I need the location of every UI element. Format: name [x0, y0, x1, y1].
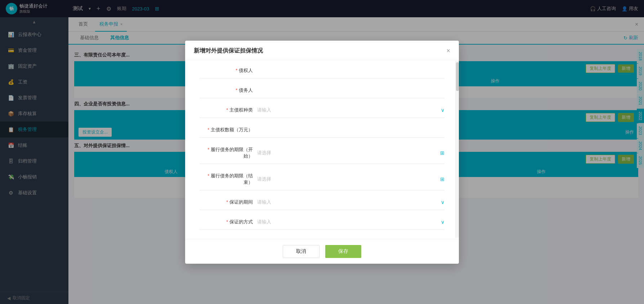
field-wrap-debtor — [257, 87, 444, 93]
modal-scrollbar — [455, 61, 459, 238]
field-label-period-end: * 履行债务的期限（结束） — [200, 173, 257, 186]
save-button[interactable]: 保存 — [325, 245, 361, 258]
cancel-button[interactable]: 取消 — [283, 245, 319, 258]
guarantee-period-input[interactable] — [257, 199, 438, 205]
field-label-creditor: * 债权人 — [200, 67, 257, 74]
modal-footer: 取消 保存 — [185, 239, 459, 264]
field-label-guarantee-method: * 保证的方式 — [200, 219, 257, 225]
modal-overlay: 新增对外提供保证担保情况 × * 债权人 * 债务人 — [0, 0, 644, 304]
period-start-cal-icon[interactable]: ⊞ — [440, 150, 444, 156]
modal-body: * 债权人 * 债务人 * — [185, 60, 459, 239]
field-label-debt-type: * 主债权种类 — [200, 107, 257, 113]
modal-header: 新增对外提供保证担保情况 × — [185, 41, 459, 60]
field-wrap-period-end: ⊞ — [257, 176, 444, 182]
form-row-guarantee-period: * 保证的期间 ∨ — [200, 199, 444, 210]
debt-type-dropdown-icon[interactable]: ∨ — [441, 107, 444, 113]
modal-scrollbar-thumb[interactable] — [456, 62, 459, 91]
guarantee-method-dropdown-icon[interactable]: ∨ — [441, 219, 444, 225]
form-row-guarantee-method: * 保证的方式 ∨ — [200, 219, 444, 230]
field-wrap-guarantee-period: ∨ — [257, 199, 444, 205]
debt-type-input[interactable] — [257, 107, 438, 113]
field-wrap-guarantee-method: ∨ — [257, 219, 444, 225]
field-label-debt-amount: * 主债权数额（万元） — [200, 127, 257, 133]
form-row-debt-type: * 主债权种类 ∨ — [200, 107, 444, 118]
period-start-input[interactable] — [257, 150, 437, 155]
form-row-debt-amount: * 主债权数额（万元） — [200, 127, 444, 138]
field-label-period-start: * 履行债务的期限（开始） — [200, 146, 257, 159]
field-wrap-creditor — [257, 68, 444, 73]
debt-amount-input[interactable] — [257, 127, 444, 132]
creditor-input[interactable] — [257, 68, 444, 73]
field-wrap-debt-type: ∨ — [257, 107, 444, 113]
field-label-debtor: * 债务人 — [200, 87, 257, 94]
guarantee-period-dropdown-icon[interactable]: ∨ — [441, 199, 444, 205]
guarantee-method-input[interactable] — [257, 219, 438, 224]
modal-title: 新增对外提供保证担保情况 — [194, 47, 263, 55]
form-row-debtor: * 债务人 — [200, 87, 444, 98]
modal-dialog: 新增对外提供保证担保情况 × * 债权人 * 债务人 — [185, 41, 459, 264]
modal-close-button[interactable]: × — [446, 47, 450, 55]
period-end-input[interactable] — [257, 176, 437, 182]
period-end-cal-icon[interactable]: ⊞ — [440, 176, 444, 182]
form-row-period-start: * 履行债务的期限（开始） ⊞ — [200, 146, 444, 164]
field-label-guarantee-period: * 保证的期间 — [200, 199, 257, 205]
field-wrap-debt-amount — [257, 127, 444, 132]
debtor-input[interactable] — [257, 87, 444, 93]
field-wrap-period-start: ⊞ — [257, 150, 444, 156]
form-row-period-end: * 履行债务的期限（结束） ⊞ — [200, 173, 444, 190]
form-row-creditor: * 债权人 — [200, 67, 444, 78]
